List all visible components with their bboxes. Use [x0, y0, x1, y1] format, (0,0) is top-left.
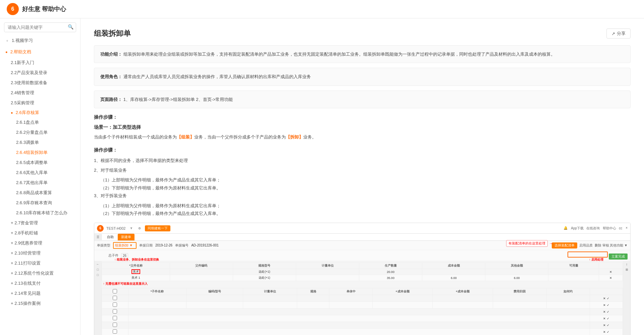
sidebar-item-docs[interactable]: ● 2.帮助文档	[0, 46, 80, 58]
sidebar-item-transfer[interactable]: 2.6.3调拨单	[11, 137, 80, 148]
td-cq-2	[297, 302, 329, 309]
date-label: 单据日期	[139, 243, 153, 248]
sidebar-item-inventory-ledger[interactable]: 2.6.9库存账本查询	[11, 198, 80, 208]
sidebar-item-mobile[interactable]: + 2.8手机旺铺	[11, 228, 80, 238]
app-setup-btn[interactable]: 同期建账一下	[145, 225, 170, 231]
table-row: ✕ ✓	[102, 295, 623, 302]
search-button[interactable]: 🔍	[68, 24, 73, 30]
step-2-2: （2）下部明细为子件明细，最终作为原材料生成其它出库单。	[101, 184, 631, 192]
total-sub-label: 总子件	[108, 253, 118, 258]
search-input[interactable]	[4, 22, 76, 32]
td-cost2-2	[433, 302, 493, 309]
td-code-2	[170, 275, 233, 281]
sidebar-item-custom[interactable]: + 2.12系统个性化设置	[11, 268, 80, 278]
sidebar-item-ops[interactable]: + 2.10经营管理	[11, 248, 80, 258]
page-title: 组装拆卸单	[94, 29, 631, 39]
annotation-type-switch: ↑ 组装业务、拆卸业务在这里切换	[114, 258, 159, 262]
role-label: 使用角色：	[100, 74, 122, 79]
select-all-check[interactable]	[113, 289, 117, 293]
sidebar-item-inventory[interactable]: ● 2.6库存核算	[11, 108, 80, 117]
child-row-action-2[interactable]: ✕ ✓	[603, 303, 609, 307]
scenario1-desc: 当由多个子件材料组装成一个成品的业务为【组装】业务，当由一个父件拆分成多个子产品…	[94, 133, 631, 141]
td-how-2	[547, 302, 590, 309]
child-row-action-4[interactable]: ✕ ✓	[603, 317, 609, 320]
sidebar-item-partial-stocktake[interactable]: 2.6.2分量盘点单	[11, 127, 80, 137]
sidebar-item-data-prep[interactable]: 2.3使用前数据准备	[11, 78, 80, 88]
expand-icon: ＋	[5, 38, 9, 43]
td-sel-2	[102, 302, 128, 309]
sidebar-item-docs-label: 2.帮助文档	[10, 49, 32, 55]
sample-input[interactable]	[568, 252, 608, 258]
sidebar-item-cases[interactable]: + 2.15操作案例	[11, 298, 80, 309]
td-unit-2	[296, 275, 359, 281]
td-cost2-1	[433, 295, 493, 302]
td-cu-1	[243, 295, 297, 302]
th-child-code: 编码/型号	[186, 288, 243, 295]
sidebar-item-purchase[interactable]: 2.5采购管理	[11, 98, 80, 108]
row-check-1[interactable]	[113, 296, 117, 300]
td-other-1	[485, 269, 548, 275]
child-row-action-3[interactable]: ✕ ✓	[603, 310, 609, 314]
th-child-how: 如何约	[547, 288, 590, 295]
side-icon-3: □	[97, 273, 99, 277]
child-row-action-5[interactable]: ✕ ✓	[603, 324, 609, 327]
row-check-4[interactable]	[113, 316, 117, 320]
sidebar-item-assembly[interactable]: 2.6.4组装拆卸单	[11, 148, 80, 158]
sidebar-item-inventory-fix[interactable]: 2.6.10库存账本错了怎么办	[11, 208, 80, 218]
sidebar-item-faq[interactable]: + 2.14常见问题	[11, 288, 80, 298]
parent-name-input[interactable]: 美术	[131, 269, 140, 274]
td-cs-1	[329, 295, 373, 302]
sidebar-item-video[interactable]: ＋ 1.视频学习	[0, 35, 80, 46]
share-button[interactable]: ↗ 分享	[606, 29, 631, 39]
path-label: 页面路径：	[100, 97, 122, 102]
app-tables-area: *父件名称 父件编码 规格型号 计量单位 生产数量 成本金额 其他金额 可用量	[102, 261, 623, 335]
sidebar-item-cost-recalc[interactable]: 2.6.8商品成本重算	[11, 188, 80, 198]
sidebar-item-other-out[interactable]: 2.6.7其他出库单	[11, 178, 80, 188]
th-qty: 生产数量	[359, 263, 422, 269]
toolbar-area: 单据类型 组装拆卸 ▼ 单据日期 2019-12-26 单据编号 AD-2019…	[94, 241, 630, 250]
sidebar-item-print[interactable]: + 2.11打印设置	[11, 258, 80, 268]
td-cn-1	[128, 295, 186, 302]
info-block-path: 页面路径： 1、库存核算->库存管理->组装拆卸单 2、首页->常用功能	[94, 91, 631, 108]
th-unit: 计量单位	[296, 263, 359, 269]
child-row-action-1[interactable]: ✕ ✓	[603, 297, 609, 300]
row-check-2[interactable]	[113, 302, 117, 307]
sidebar-item-finance[interactable]: + 2.7资金管理	[11, 218, 80, 228]
annotation-bottom-text: ↑ 无需也满不可组装在这里显示入	[103, 282, 148, 285]
row-check-3[interactable]	[113, 309, 117, 314]
th-parent-name: *父件名称	[102, 263, 170, 269]
sidebar-item-other-in[interactable]: 2.6.6其他入库单	[11, 168, 80, 178]
row-action-icon[interactable]: ✕	[609, 270, 612, 274]
step-3-2: （2）下部明细为子件明细，最终作为产成品生成其它入库单。	[101, 210, 631, 217]
app-tabs-row: 自助 新建单	[102, 234, 630, 240]
tab-home[interactable]: 自助	[104, 234, 117, 240]
app-right-icons: ↕ ⊞	[623, 261, 630, 335]
type-select[interactable]: 组装拆卸 ▼	[113, 242, 137, 249]
nav-section: ＋ 1.视频学习 ● 2.帮助文档 2.1新手入门 2.2产品安装及登录 2.3…	[0, 35, 80, 309]
sidebar-item-stocktake[interactable]: 2.6.1盘点单	[11, 117, 80, 127]
td-empty-6	[128, 329, 590, 335]
sidebar-item-payment[interactable]: + 2.13在线支付	[11, 278, 80, 288]
step-3-subs: （1）上部明细为父件明细，最终作为原材料生成其它出库单； （2）下部明细为子件明…	[94, 202, 631, 218]
logo-area: 6 好生意 帮助中心	[7, 3, 66, 15]
sidebar-item-newbie[interactable]: 2.1新手入门	[11, 58, 80, 68]
sidebar-item-install[interactable]: 2.2产品安装及登录	[11, 68, 80, 78]
sidebar-item-cost-adj[interactable]: 2.6.5成本调整单	[11, 158, 80, 168]
step-1: 1、根据不同的业务，选择不同单据的类型来处理	[94, 157, 631, 164]
docs-subnav: 2.1新手入门 2.2产品安装及登录 2.3使用前数据准备 2.4销售管理 2.…	[0, 58, 80, 309]
td-sel-5	[102, 322, 128, 329]
confirm-btn[interactable]: 立案完成	[609, 254, 628, 260]
app-icons-text: App下载 在线咨询 帮助中心 cc	[571, 226, 622, 231]
row-check-5[interactable]	[113, 323, 117, 327]
th-child-action	[590, 288, 623, 295]
row-check-6[interactable]	[113, 329, 117, 334]
sidebar-item-coupon[interactable]: + 2.9优惠券管理	[11, 238, 80, 248]
annotation-assembly: 有装配清单的在这里处理 →	[506, 240, 553, 247]
td-act-1: ✕	[599, 269, 623, 275]
row-action-icon-2[interactable]: ✕	[609, 276, 612, 280]
child-row-action-6[interactable]: ✕ ✓	[603, 330, 609, 334]
tab-new[interactable]: 新建单	[118, 234, 135, 240]
sidebar-item-sales[interactable]: 2.4销售管理	[11, 88, 80, 98]
assembly-list-btn[interactable]: 选择装配清单	[552, 242, 577, 248]
close-icon[interactable]: ×	[626, 226, 628, 231]
